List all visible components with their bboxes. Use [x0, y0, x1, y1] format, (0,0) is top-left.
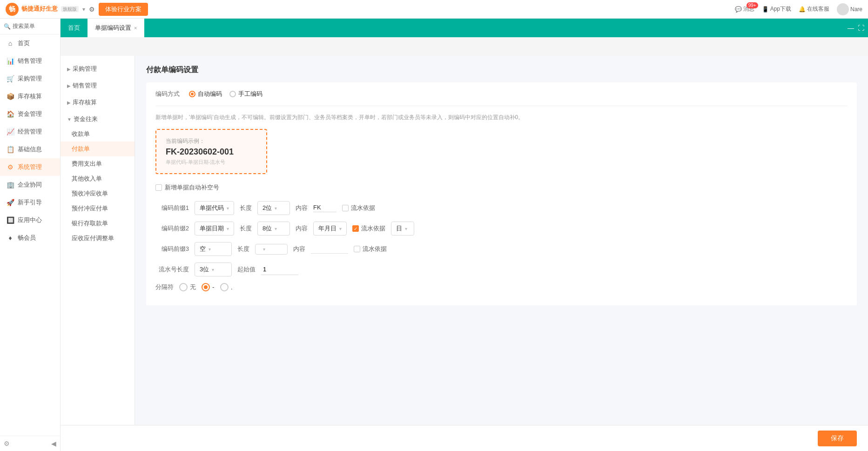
content-area: ▶ 采购管理 ▶ 销售管理 ▶ 库存核算 ▼ 资金往来	[61, 56, 868, 451]
settings-section: 编码方式 自动编码 手工编码 新增单据时，'单据编码'自动生成，不可编辑。前缀设…	[146, 82, 857, 305]
arrow-icon: ▶	[67, 67, 71, 72]
topbar-right: 💬 消息 99+ 📱 App下载 🔔 在线客服 Nare	[735, 3, 862, 15]
serial-check-row3[interactable]: 流水依据	[354, 245, 387, 253]
sep-dot-radio[interactable]: .	[220, 283, 233, 291]
finance-icon: 🏠	[7, 110, 14, 118]
online-service-button[interactable]: 🔔 在线客服	[799, 5, 829, 13]
sidebar-item-apps[interactable]: 🔲 应用中心	[0, 211, 60, 229]
tab-home[interactable]: 首页	[61, 19, 87, 37]
submenu-item-other-income[interactable]: 其他收入单	[61, 171, 135, 186]
save-button[interactable]: 保存	[818, 431, 857, 446]
sidebar-settings-icon[interactable]: ⚙	[4, 440, 10, 447]
serial-check-row1[interactable]: 流水依据	[342, 204, 375, 212]
prefix3-length-select[interactable]: ▾	[255, 244, 288, 255]
auto-encoding-radio[interactable]: 自动编码	[189, 90, 222, 98]
submenu-group-capital: ▼ 资金往来 收款单 付款单 费用支出单 其他收入单 预收冲应收单 预付冲应付单…	[61, 112, 135, 246]
prefix2-length-select[interactable]: 8位 ▾	[257, 222, 290, 236]
sidebar: 🔍 搜索菜单 ⌂ 首页 📊 销售管理 🛒 采购管理 📦 库存核算 🏠 资	[0, 19, 61, 451]
submenu-group-capital-title[interactable]: ▼ 资金往来	[61, 112, 135, 127]
submenu-item-ap-adjust[interactable]: 应收应付调整单	[61, 231, 135, 246]
operation-icon: 📈	[7, 128, 14, 135]
sidebar-item-basic[interactable]: 📋 基础信息	[0, 141, 60, 158]
prefix1-length-select[interactable]: 2位 ▾	[257, 201, 290, 215]
submenu-group-purchase-title[interactable]: ▶ 采购管理	[61, 61, 135, 76]
home-icon: ⌂	[7, 40, 14, 47]
expand-tab-icon[interactable]: ⛶	[858, 24, 864, 32]
arrow-icon: ▼	[67, 117, 72, 122]
submenu-group-sales-title[interactable]: ▶ 销售管理	[61, 78, 135, 93]
serial-length-row: 流水号长度 3位 ▾ 起始值	[155, 263, 848, 276]
dropdown-arrow-icon[interactable]: ▾	[82, 6, 85, 13]
sep-dash-radio[interactable]: -	[202, 283, 215, 291]
sidebar-item-sales[interactable]: 📊 销售管理	[0, 52, 60, 70]
prefix3-select[interactable]: 空 ▾	[195, 242, 232, 256]
nav-tabs: 首页 单据编码设置 × — ⛶	[61, 19, 868, 37]
sidebar-collapse-icon[interactable]: ◀	[51, 440, 56, 447]
preview-box: 当前编码示例： FK-20230602-001 单据代码-单据日期-流水号	[155, 129, 267, 174]
prefix2-select[interactable]: 单据日期 ▾	[195, 222, 234, 236]
search-icon: 🔍	[4, 23, 11, 30]
submenu-panel: ▶ 采购管理 ▶ 销售管理 ▶ 库存核算 ▼ 资金往来	[61, 56, 135, 451]
message-button[interactable]: 💬 消息 99+	[735, 5, 754, 13]
sidebar-item-finance[interactable]: 🏠 资金管理	[0, 105, 60, 123]
prefix-row-2: 编码前缀2 单据日期 ▾ 长度 8位 ▾ 内容 年月日 ▾	[155, 222, 848, 236]
settings-icon[interactable]: ⚙	[89, 6, 95, 13]
submenu-item-advance-receipt[interactable]: 预收冲应收单	[61, 186, 135, 201]
sidebar-item-purchase[interactable]: 🛒 采购管理	[0, 70, 60, 88]
dropdown-arrow-icon: ▾	[405, 226, 407, 231]
arrow-icon: ▶	[67, 100, 71, 105]
sales-icon: 📊	[7, 57, 14, 65]
start-value-input[interactable]	[261, 264, 298, 275]
dropdown-arrow-icon: ▾	[212, 267, 214, 272]
sidebar-item-inventory[interactable]: 📦 库存核算	[0, 88, 60, 105]
user-avatar	[837, 3, 849, 15]
sep-dot-circle	[220, 283, 229, 291]
prefix2-content-select[interactable]: 年月日 ▾	[313, 222, 347, 236]
topbar-left: 畅 畅捷通好生意 旗舰版 ▾ ⚙ 体验行业方案	[6, 3, 148, 16]
sep-none-radio[interactable]: 无	[179, 283, 196, 291]
logo-text-block: 畅捷通好生意 旗舰版	[21, 5, 79, 13]
sidebar-menu: ⌂ 首页 📊 销售管理 🛒 采购管理 📦 库存核算 🏠 资金管理 📈 经营	[0, 34, 60, 436]
dropdown-arrow-icon: ▾	[339, 226, 342, 231]
dropdown-arrow-icon: ▾	[263, 247, 265, 252]
sidebar-item-home[interactable]: ⌂ 首页	[0, 34, 60, 52]
encoding-radio-group: 自动编码 手工编码	[189, 90, 262, 98]
sidebar-item-newbie[interactable]: 🚀 新手引导	[0, 194, 60, 211]
sep-dash-circle	[202, 283, 210, 291]
submenu-group-inventory-title[interactable]: ▶ 库存核算	[61, 95, 135, 110]
submenu-item-expense[interactable]: 费用支出单	[61, 156, 135, 171]
prefix-row-3: 编码前缀3 空 ▾ 长度 ▾ 内容 流水依据	[155, 242, 848, 256]
sidebar-item-system[interactable]: ⚙ 系统管理	[0, 158, 60, 176]
prefix2-day-select[interactable]: 日 ▾	[391, 222, 414, 236]
submenu-item-bank-deposit[interactable]: 银行存取款单	[61, 216, 135, 231]
submenu-item-payment[interactable]: 付款单	[61, 141, 135, 156]
sidebar-item-enterprise[interactable]: 🏢 企业协同	[0, 176, 60, 194]
member-icon: ♦	[7, 234, 14, 242]
sidebar-bottom: ⚙ ◀	[0, 436, 60, 451]
dropdown-arrow-icon: ▾	[275, 206, 277, 211]
nav-tabs-actions: — ⛶	[848, 24, 868, 32]
close-tab-icon[interactable]: ×	[134, 25, 137, 31]
separator-row: 分隔符 无 - .	[155, 283, 848, 291]
logo-icon: 畅	[6, 3, 19, 16]
main-content: 付款单编码设置 编码方式 自动编码 手工编码	[135, 56, 868, 451]
user-menu[interactable]: Nare	[837, 3, 862, 15]
auto-fill-checkbox[interactable]	[155, 184, 162, 191]
system-icon: ⚙	[7, 163, 14, 171]
manual-encoding-radio[interactable]: 手工编码	[229, 90, 262, 98]
sidebar-search[interactable]: 🔍 搜索菜单	[0, 19, 60, 34]
submenu-item-advance-payment[interactable]: 预付冲应付单	[61, 201, 135, 216]
tab-encoding-settings[interactable]: 单据编码设置 ×	[87, 19, 144, 37]
minimize-tab-icon[interactable]: —	[848, 24, 854, 32]
submenu-item-receipt[interactable]: 收款单	[61, 127, 135, 141]
serial-checkbox-icon-2: ✓	[352, 225, 359, 232]
sidebar-item-operation[interactable]: 📈 经营管理	[0, 123, 60, 141]
enterprise-icon: 🏢	[7, 181, 14, 188]
trial-button[interactable]: 体验行业方案	[99, 3, 148, 16]
app-download-button[interactable]: 📱 App下载	[762, 5, 791, 13]
serial-check-row2[interactable]: ✓ 流水依据	[352, 224, 385, 233]
dropdown-arrow-icon: ▾	[209, 247, 211, 252]
sidebar-item-member[interactable]: ♦ 畅会员	[0, 229, 60, 247]
serial-length-select[interactable]: 3位 ▾	[195, 263, 232, 276]
prefix1-select[interactable]: 单据代码 ▾	[195, 201, 234, 215]
